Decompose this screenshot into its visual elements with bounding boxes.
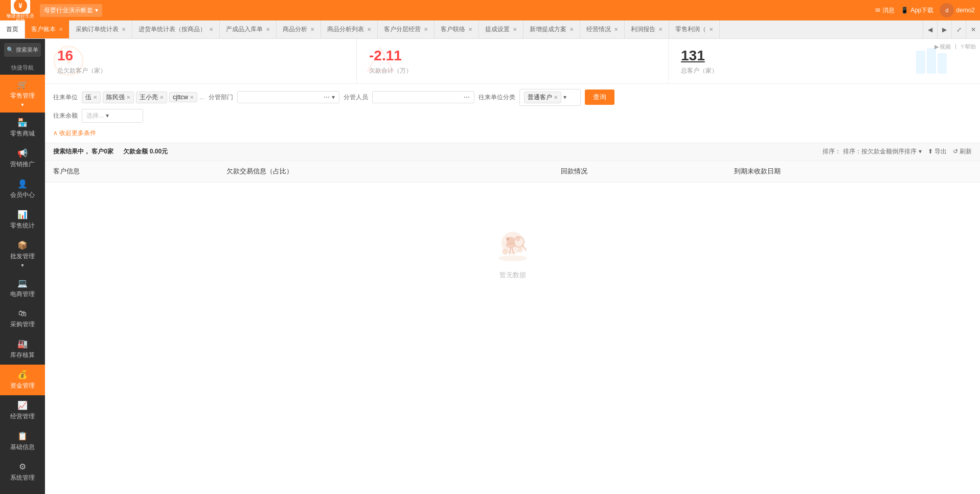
help-button[interactable]: ? 帮助 (961, 43, 976, 51)
tab-goods-analysis[interactable]: 商品分析 ✕ (277, 20, 321, 39)
category-close-icon[interactable]: ✕ (554, 95, 558, 100)
close-icon[interactable]: ✕ (709, 27, 713, 32)
app-download-button[interactable]: 📱 App下载 (901, 6, 933, 15)
svg-point-14 (506, 237, 509, 240)
sidebar-item-operations[interactable]: 📈 经营管理 (0, 395, 45, 426)
export-icon: ⬆ (928, 148, 933, 155)
remain-select[interactable]: 选择... ▾ (82, 109, 143, 123)
close-icon[interactable]: ✕ (209, 27, 213, 32)
search-menu-button[interactable]: 🔍 搜索菜单 (4, 43, 41, 57)
sidebar-item-batch[interactable]: 📦 批发管理 ▼ (0, 235, 45, 273)
user-profile[interactable]: d demo2 (940, 3, 975, 17)
category-select[interactable]: 普通客户 ✕ ▾ (519, 89, 581, 106)
ecommerce-icon: 💻 (17, 278, 28, 288)
member-icon: 👤 (17, 179, 28, 189)
tab-promotion-settings[interactable]: 提成设置 ✕ (479, 20, 523, 39)
filter-tag-2: 王小亮 ✕ (136, 92, 167, 103)
close-icon[interactable]: ✕ (513, 27, 517, 32)
sidebar-item-enterprise-coop[interactable]: 🤝 企业协同 (0, 487, 45, 494)
result-info: 搜索结果中， 客户0家 欠款金额 0.00元 (53, 147, 168, 156)
sidebar-item-member[interactable]: 👤 会员中心 (0, 174, 45, 205)
total-customers-value: 131 (681, 47, 705, 64)
th-customer-info: 客户信息 (45, 161, 218, 183)
remain-placeholder: 选择... (86, 111, 104, 120)
stat-overdue-customers: ¥ 16 总欠款客户（家） (45, 39, 357, 83)
nav-prev-button[interactable]: ◀ (923, 20, 937, 39)
nav-next-button[interactable]: ▶ (937, 20, 951, 39)
tab-retail-profit[interactable]: 零售利润（ ✕ (669, 20, 720, 39)
chevron-down-icon: ▾ (106, 112, 109, 119)
retail-stats-icon: 📊 (17, 210, 28, 219)
collapse-button[interactable]: ∧ 收起更多条件 (53, 129, 972, 138)
more-tags-button[interactable]: ... (199, 94, 204, 101)
close-icon[interactable]: ✕ (614, 27, 618, 32)
refresh-button[interactable]: ↺ 刷新 (953, 147, 972, 156)
close-icon[interactable]: ✕ (59, 27, 63, 32)
sidebar-item-retail[interactable]: 🛒 零售管理 ▼ (0, 75, 45, 113)
svg-rect-7 (927, 48, 936, 74)
th-repayment: 回款情况 (553, 161, 726, 183)
close-icon[interactable]: ✕ (569, 27, 574, 32)
sort-select[interactable]: 排序： 排序：按欠款金额倒序排序 ▾ (823, 147, 922, 156)
nav-expand-button[interactable]: ⤢ (951, 20, 966, 39)
query-button[interactable]: 查询 (585, 89, 614, 105)
close-icon[interactable]: ✕ (424, 27, 428, 32)
person-select[interactable]: ⋯ (372, 91, 474, 103)
filter-row-2: 往来余额 选择... ▾ (53, 109, 972, 123)
account-dropdown[interactable]: 母婴行业演示帐套 ▾ (40, 4, 102, 17)
tag-close-icon[interactable]: ✕ (93, 95, 97, 100)
sidebar-item-retail-shop[interactable]: 🏪 零售商城 (0, 113, 45, 143)
tab-customer-contact[interactable]: 客户联络 ✕ (435, 20, 479, 39)
refresh-icon: ↺ (953, 148, 958, 155)
department-label: 分管部门 (209, 93, 233, 102)
tag-close-icon[interactable]: ✕ (126, 95, 130, 100)
close-icon[interactable]: ✕ (658, 27, 663, 32)
video-icon: ▶ (935, 43, 939, 50)
sidebar-item-purchase[interactable]: 🛍 采购管理 (0, 304, 45, 334)
sidebar-item-basic-info[interactable]: 📋 基础信息 (0, 426, 45, 457)
close-icon[interactable]: ✕ (367, 27, 371, 32)
sidebar-item-retail-stats[interactable]: 📊 零售统计 (0, 205, 45, 235)
quick-nav-button[interactable]: 快捷导航 (0, 61, 45, 75)
nav-tabs: 首页 客户账本 ✕ 采购订单统计表 ✕ 进货单统计表（按商品） ✕ 产成品入库单… (0, 20, 980, 39)
avatar: d (940, 3, 954, 17)
tab-business-status[interactable]: 经营情况 ✕ (580, 20, 625, 39)
close-icon[interactable]: ✕ (122, 27, 126, 32)
tab-inbound-stats[interactable]: 进货单统计表（按商品） ✕ (132, 20, 220, 39)
message-icon: ✉ (875, 7, 880, 14)
tab-customer-tier[interactable]: 客户分层经营 ✕ (378, 20, 435, 39)
sidebar-item-inventory[interactable]: 🏭 库存核算 (0, 334, 45, 365)
svg-text:¥: ¥ (18, 2, 22, 10)
top-bar: ¥ 畅捷通好生意 标版 母婴行业演示帐套 ▾ ✉ 消息 📱 App下载 d de… (0, 0, 980, 20)
tag-close-icon[interactable]: ✕ (159, 95, 164, 100)
expand-icon: ⋯ (464, 94, 470, 101)
operations-icon: 📈 (17, 400, 28, 410)
tab-purchase-order[interactable]: 采购订单统计表 ✕ (70, 20, 132, 39)
department-select[interactable]: ⋯ ▾ (237, 91, 339, 103)
message-button[interactable]: ✉ 消息 (875, 6, 895, 15)
close-icon[interactable]: ✕ (266, 27, 270, 32)
retail-shop-icon: 🏪 (17, 118, 28, 127)
export-button[interactable]: ⬆ 导出 (928, 147, 947, 156)
tag-close-icon[interactable]: ✕ (190, 95, 194, 100)
sidebar-item-marketing[interactable]: 📢 营销推广 (0, 143, 45, 174)
purchase-icon: 🛍 (18, 309, 27, 318)
chevron-up-icon: ∧ (53, 129, 58, 137)
tab-home[interactable]: 首页 (0, 20, 25, 39)
sidebar-item-ecommerce[interactable]: 💻 电商管理 (0, 273, 45, 304)
tab-new-promotion[interactable]: 新增提成方案 ✕ (523, 20, 580, 39)
tab-production-inbound[interactable]: 产成品入库单 ✕ (220, 20, 277, 39)
video-help-button[interactable]: ▶ 视频 (935, 43, 951, 51)
total-customers-label: 总客户（家） (681, 66, 718, 75)
empty-icon (492, 223, 533, 264)
tab-goods-analysis-list[interactable]: 商品分析列表 ✕ (321, 20, 378, 39)
nav-close-all-button[interactable]: ✕ (966, 20, 980, 39)
result-bar: 搜索结果中， 客户0家 欠款金额 0.00元 排序： 排序：按欠款金额倒序排序 … (45, 143, 980, 161)
filter-bar: 往来单位 伍 ✕ 陈民强 ✕ 王小亮 ✕ cjttcw (45, 84, 980, 143)
tab-customer-book[interactable]: 客户账本 ✕ (25, 20, 70, 39)
sidebar-item-finance[interactable]: 💰 资金管理 (0, 365, 45, 395)
close-icon[interactable]: ✕ (310, 27, 314, 32)
tab-profit-report[interactable]: 利润报告 ✕ (625, 20, 669, 39)
sidebar-item-system[interactable]: ⚙ 系统管理 (0, 457, 45, 487)
close-icon[interactable]: ✕ (468, 27, 472, 32)
